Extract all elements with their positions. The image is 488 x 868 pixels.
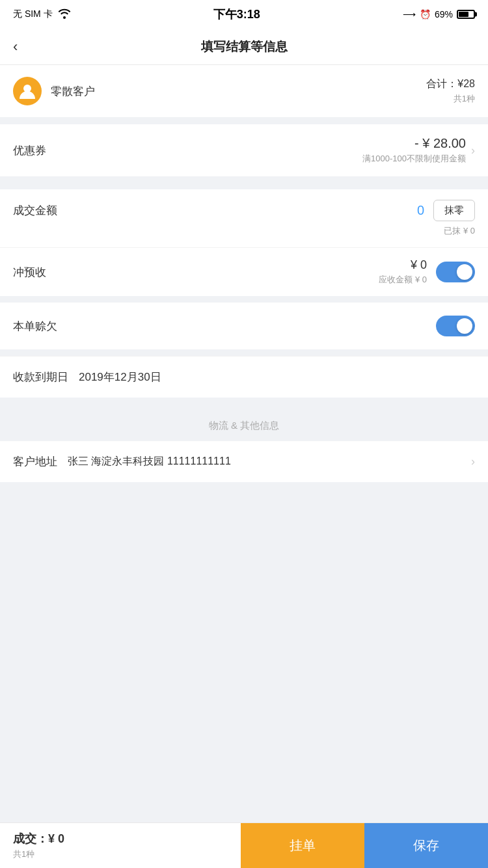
bottom-deal-amount: 成交：¥ 0 [13,831,228,847]
status-right: ⟶ ⏰ 69% [403,9,475,20]
amount-row: 成交金额 0 抹零 [13,200,475,221]
amount-section: 成交金额 0 抹零 已抹 ¥ 0 [0,189,488,247]
content: 零散客户 合计：¥28 共1种 优惠券 - ¥ 28.00 满1000-100不… [0,65,488,671]
bottom-summary: 成交：¥ 0 共1种 [0,831,241,860]
round-off-button[interactable]: 抹零 [433,200,475,221]
divider-2 [0,296,488,303]
battery-icon [457,10,475,19]
amount-label: 成交金额 [13,203,57,218]
page-title: 填写结算等信息 [201,38,288,55]
logistics-header: 物流 & 其他信息 [0,411,488,441]
pre-receive-description: 应收金额 ¥ 0 [379,274,427,286]
bottom-count: 共1种 [13,848,228,860]
pre-receive-toggle[interactable] [436,262,475,282]
due-date-value: 2019年12月30日 [79,370,161,385]
nav-bar: ‹ 填写结算等信息 [0,29,488,65]
coupon-row[interactable]: 优惠券 - ¥ 28.00 满1000-100不限制使用金额 › [0,124,488,176]
customer-section: 零散客户 合计：¥28 共1种 [0,65,488,118]
due-date-label: 收款到期日 [13,370,68,385]
status-bar: 无 SIM 卡 下午3:18 ⟶ ⏰ 69% [0,0,488,29]
back-button[interactable]: ‹ [13,38,18,55]
location-icon: ⟶ [403,9,416,20]
address-value: 张三 海淀永丰科技园 11111111111 [68,455,471,468]
coupon-discount: - ¥ 28.00 [362,136,466,151]
coupon-chevron-icon: › [471,144,475,157]
amount-right: 0 抹零 [417,200,475,221]
divider-1 [0,183,488,189]
status-left: 无 SIM 卡 [13,8,71,21]
pre-receive-row: 冲预收 ¥ 0 应收金额 ¥ 0 [0,247,488,296]
debt-section: 本单赊欠 [0,303,488,349]
hang-order-button[interactable]: 挂单 [241,823,364,869]
coupon-right: - ¥ 28.00 满1000-100不限制使用金额 › [362,136,475,165]
customer-right: 合计：¥28 共1种 [426,77,475,105]
debt-toggle[interactable] [436,316,475,336]
bottom-deal-label: 成交： [13,832,48,845]
coupon-values: - ¥ 28.00 满1000-100不限制使用金额 [362,136,466,165]
customer-row[interactable]: 零散客户 合计：¥28 共1种 [0,65,488,118]
status-time: 下午3:18 [213,7,260,22]
pre-receive-amount: ¥ 0 [379,258,427,272]
customer-count: 共1种 [426,93,475,105]
pre-receive-values: ¥ 0 应收金额 ¥ 0 [379,258,427,286]
coupon-label: 优惠券 [13,143,46,158]
address-row[interactable]: 客户地址 张三 海淀永丰科技园 11111111111 › [0,441,488,482]
logistics-title: 物流 & 其他信息 [209,420,279,431]
due-date-row[interactable]: 收款到期日 2019年12月30日 [0,356,488,398]
debt-label: 本单赊欠 [13,319,57,334]
coupon-section: 优惠券 - ¥ 28.00 满1000-100不限制使用金额 › [0,124,488,176]
bottom-bar: 成交：¥ 0 共1种 挂单 保存 [0,822,488,868]
address-chevron-icon: › [471,455,475,468]
amount-value: 0 [417,203,424,218]
alarm-icon: ⏰ [420,9,431,20]
customer-total: 合计：¥28 [426,77,475,91]
amount-deducted: 已抹 ¥ 0 [13,225,475,237]
coupon-description: 满1000-100不限制使用金额 [362,153,466,165]
address-label: 客户地址 [13,454,57,469]
save-button[interactable]: 保存 [364,823,488,869]
customer-left: 零散客户 [13,77,95,105]
customer-name: 零散客户 [51,84,95,99]
battery-percent: 69% [435,9,453,20]
wifi-icon [58,8,71,21]
empty-space [0,489,488,619]
due-date-section: 收款到期日 2019年12月30日 [0,356,488,398]
address-section: 客户地址 张三 海淀永丰科技园 11111111111 › [0,441,488,482]
divider-3 [0,404,488,411]
pre-receive-label: 冲预收 [13,265,46,280]
bottom-deal-value: ¥ 0 [48,832,64,845]
customer-avatar [13,77,42,105]
carrier-text: 无 SIM 卡 [13,8,53,20]
pre-receive-right: ¥ 0 应收金额 ¥ 0 [379,258,475,286]
